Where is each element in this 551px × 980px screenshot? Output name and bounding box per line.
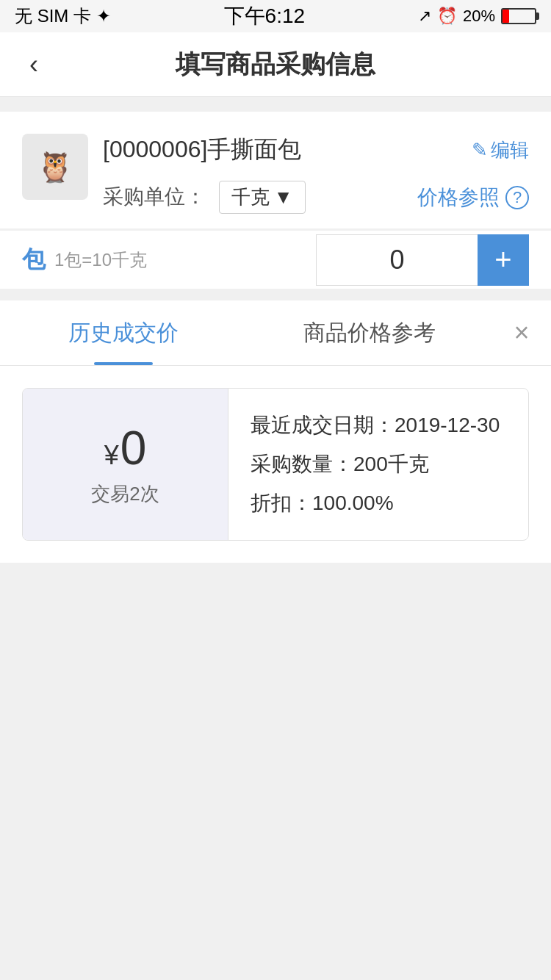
edit-icon: ✎ bbox=[472, 139, 488, 162]
unit-select[interactable]: 千克 ▼ bbox=[219, 181, 306, 214]
price-card-left: ¥ 0 交易2次 bbox=[23, 389, 228, 540]
signal-label: 无 SIM 卡 ✦ bbox=[15, 4, 111, 28]
help-icon: ? bbox=[505, 186, 529, 209]
discount-value: 100.00% bbox=[312, 491, 394, 514]
tab-product-price-ref[interactable]: 商品价格参考 bbox=[246, 300, 492, 365]
product-details: [0000006]手撕面包 ✎ 编辑 采购单位： 千克 ▼ bbox=[103, 134, 529, 214]
price-ref-label: 价格参照 bbox=[417, 184, 500, 212]
battery-percent: 20% bbox=[463, 7, 495, 26]
product-logo: 🦉 bbox=[22, 134, 88, 200]
unit-badge: 包 bbox=[22, 244, 46, 276]
page-title: 填写商品采购信息 bbox=[176, 48, 375, 82]
product-section: 🦉 [0000006]手撕面包 ✎ 编辑 采购单位： 千克 ▼ bbox=[0, 112, 551, 228]
currency-symbol: ¥ bbox=[104, 440, 119, 471]
price-amount: 0 bbox=[120, 421, 147, 475]
time-label: 下午6:12 bbox=[224, 2, 306, 30]
purchase-qty-row: 采购数量：200千克 bbox=[251, 450, 506, 478]
price-card-section: ¥ 0 交易2次 最近成交日期：2019-12-30 采购数量：200千克 折扣… bbox=[0, 366, 551, 563]
tab-close-button[interactable]: × bbox=[492, 300, 551, 365]
edit-label: 编辑 bbox=[491, 137, 529, 163]
recent-date-value: 2019-12-30 bbox=[395, 414, 500, 436]
battery-fill bbox=[503, 10, 509, 23]
tab-bar: 历史成交价 商品价格参考 × bbox=[0, 300, 551, 366]
discount-row: 折扣：100.00% bbox=[251, 489, 506, 517]
tab-active-indicator bbox=[94, 362, 153, 365]
purchase-row: 采购单位： 千克 ▼ 价格参照 ? bbox=[103, 181, 529, 214]
price-value: ¥ 0 bbox=[104, 421, 147, 475]
logo-icon: 🦉 bbox=[37, 150, 73, 184]
quantity-section: 包 1包=10千克 0 + bbox=[0, 230, 551, 289]
discount-label: 折扣： bbox=[251, 491, 312, 514]
purchase-qty-value: 200千克 bbox=[353, 453, 429, 475]
purchase-unit-label: 采购单位： bbox=[103, 185, 206, 208]
price-card-right: 最近成交日期：2019-12-30 采购数量：200千克 折扣：100.00% bbox=[228, 389, 528, 540]
product-name-row: [0000006]手撕面包 ✎ 编辑 bbox=[103, 134, 529, 166]
status-right: ↗ ⏰ 20% bbox=[418, 7, 536, 26]
battery-icon bbox=[501, 8, 536, 24]
quantity-label-row: 包 1包=10千克 bbox=[22, 244, 147, 276]
help-label: ? bbox=[513, 188, 522, 207]
status-left: 无 SIM 卡 ✦ bbox=[15, 4, 111, 28]
unit-conversion: 1包=10千克 bbox=[54, 248, 147, 272]
recent-date-row: 最近成交日期：2019-12-30 bbox=[251, 411, 506, 439]
main-content: 🦉 [0000006]手撕面包 ✎ 编辑 采购单位： 千克 ▼ bbox=[0, 112, 551, 699]
trade-count: 交易2次 bbox=[91, 481, 159, 507]
tab-history-price[interactable]: 历史成交价 bbox=[0, 300, 246, 365]
tab-product-label: 商品价格参考 bbox=[303, 318, 436, 348]
status-bar: 无 SIM 卡 ✦ 下午6:12 ↗ ⏰ 20% bbox=[0, 0, 551, 32]
price-ref-button[interactable]: 价格参照 ? bbox=[417, 184, 529, 212]
section-divider bbox=[0, 289, 551, 300]
tab-history-label: 历史成交价 bbox=[68, 318, 179, 348]
location-icon: ↗ bbox=[418, 7, 431, 26]
quantity-input[interactable]: 0 bbox=[316, 234, 478, 286]
edit-button[interactable]: ✎ 编辑 bbox=[472, 137, 529, 163]
quantity-input-row: 0 + bbox=[316, 234, 529, 286]
product-row: 🦉 [0000006]手撕面包 ✎ 编辑 采购单位： 千克 ▼ bbox=[22, 134, 529, 214]
alarm-icon: ⏰ bbox=[437, 7, 457, 26]
quantity-plus-button[interactable]: + bbox=[478, 234, 529, 286]
chevron-down-icon: ▼ bbox=[274, 186, 293, 209]
purchase-unit-row: 采购单位： 千克 ▼ bbox=[103, 181, 306, 214]
price-card: ¥ 0 交易2次 最近成交日期：2019-12-30 采购数量：200千克 折扣… bbox=[22, 388, 529, 541]
recent-date-label: 最近成交日期： bbox=[251, 414, 395, 436]
unit-value: 千克 bbox=[231, 184, 270, 210]
purchase-qty-label: 采购数量： bbox=[251, 453, 353, 475]
nav-bar: ‹ 填写商品采购信息 bbox=[0, 32, 551, 97]
product-name: [0000006]手撕面包 bbox=[103, 134, 301, 166]
back-button[interactable]: ‹ bbox=[22, 42, 46, 87]
